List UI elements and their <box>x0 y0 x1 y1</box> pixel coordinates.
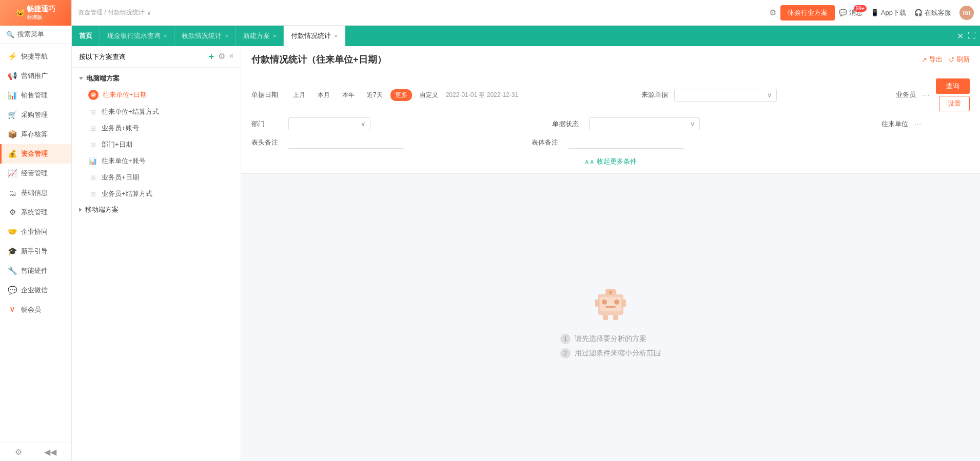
date-btn-more[interactable]: 更多 <box>390 89 412 101</box>
scheme-mobile-group[interactable]: 移动端方案 <box>72 202 241 217</box>
tab-expand-icon[interactable]: ⛶ <box>968 31 976 41</box>
svg-point-4 <box>614 299 619 305</box>
sidebar-item-cooperation[interactable]: 🤝 企业协同 <box>0 222 71 242</box>
source-doc-select[interactable]: ∨ <box>674 89 777 102</box>
scheme-item-staff-date[interactable]: ⊞ 业务员+日期 <box>72 169 241 186</box>
breadcrumb-text: 资金管理 / 付款情况统计 <box>78 8 145 17</box>
date-btn-this-year[interactable]: 本年 <box>338 89 359 102</box>
sidebar-search[interactable]: 🔍 搜索菜单 <box>0 26 71 44</box>
scheme-desktop-group[interactable]: 电脑端方案 <box>72 71 241 86</box>
scheme-chart-icon: 📊 <box>88 156 97 166</box>
sidebar-item-inventory[interactable]: 📦 库存核算 <box>0 125 71 144</box>
scheme-item-label: 往来单位+结算方式 <box>102 107 159 116</box>
sidebar-item-member[interactable]: V 畅会员 <box>0 300 71 319</box>
scheme-item-label: 业务员+账号 <box>102 124 139 133</box>
tab-receive-label: 收款情况统计 <box>182 31 222 41</box>
staff-dots: ··· <box>923 91 930 99</box>
date-btn-custom[interactable]: 自定义 <box>415 89 443 102</box>
sidebar-item-operation[interactable]: 📈 经营管理 <box>0 164 71 183</box>
header-note-input[interactable] <box>288 136 404 149</box>
message-item[interactable]: 💬 消息 99+ <box>839 8 863 17</box>
sidebar-item-quick-nav[interactable]: ⚡ 快捷导航 <box>0 47 71 66</box>
scheme-item-unit-settle[interactable]: ⊞ 往来单位+结算方式 <box>72 104 241 120</box>
partner-dots: ··· <box>914 120 922 128</box>
sidebar-collapse-icon[interactable]: ◀◀ <box>44 447 56 457</box>
online-service-item[interactable]: 🎧 在线客服 <box>914 8 951 17</box>
header-note-label: 表头备注 <box>251 138 282 147</box>
svg-rect-7 <box>622 299 626 307</box>
tab-new-scheme-close[interactable]: × <box>273 33 276 39</box>
scheme-item-dept-date[interactable]: ⊞ 部门+日期 <box>72 136 241 153</box>
doc-status-select[interactable]: ∨ <box>589 117 700 130</box>
date-btn-last-month[interactable]: 上月 <box>288 89 310 102</box>
body-note-input[interactable] <box>569 136 684 149</box>
tab-actions: ✕ ⛶ <box>953 26 980 46</box>
scheme-item-staff-account[interactable]: ⊞ 业务员+账号 <box>72 120 241 136</box>
scheme-item-unit-account[interactable]: 📊 往来单位+账号 <box>72 153 241 169</box>
scheme-item-label: 往来单位+账号 <box>102 156 146 166</box>
tab-home[interactable]: 首页 <box>72 26 100 46</box>
tab-receive-close[interactable]: × <box>225 33 228 39</box>
sidebar-item-finance[interactable]: 💰 资金管理 <box>0 144 71 164</box>
user-avatar[interactable]: Rit <box>959 6 974 20</box>
sidebar-logo: 🐱 畅捷通巧 标准版 <box>0 0 71 26</box>
scheme-add-icon[interactable]: + <box>209 51 214 62</box>
app-download-label: App下载 <box>881 8 906 17</box>
dept-select[interactable]: ∨ <box>288 117 370 130</box>
tab-receive[interactable]: 收款情况统计 × <box>174 26 236 46</box>
tab-bank-close[interactable]: × <box>164 33 167 39</box>
sidebar-item-label: 库存核算 <box>21 130 48 139</box>
topbar-gear-icon[interactable]: ⚙ <box>769 8 776 17</box>
svg-rect-9 <box>613 315 618 320</box>
filter-row-1: 单据日期 上月 本月 本年 近7天 更多 自定义 2022-01-01 至 20… <box>251 78 970 111</box>
collapse-button[interactable]: ∧∧ 收起更多条件 <box>584 157 637 166</box>
sales-icon: 📊 <box>8 91 17 100</box>
scheme-item-label: 往来单位+日期 <box>103 90 147 99</box>
sidebar-item-wechat[interactable]: 💬 企业微信 <box>0 280 71 300</box>
tab-bank[interactable]: 现金银行流水查询 × <box>100 26 174 46</box>
service-icon: 🎧 <box>914 9 923 16</box>
tab-home-label: 首页 <box>79 31 92 41</box>
sidebar-item-sales[interactable]: 📊 销售管理 <box>0 86 71 105</box>
filter-row-2: 部门 ∨ 单据状态 ∨ 往来单位 ··· <box>251 117 970 130</box>
settings-button[interactable]: 设置 <box>939 96 970 111</box>
tab-new-scheme[interactable]: 新建方案 × <box>236 26 284 46</box>
sidebar-item-label: 快捷导航 <box>21 52 48 61</box>
scheme-item-staff-settle[interactable]: ⊞ 业务员+结算方式 <box>72 186 241 202</box>
topbar-breadcrumb: 资金管理 / 付款情况统计 ∨ <box>78 8 763 17</box>
message-badge: 99+ <box>854 5 867 12</box>
query-button[interactable]: 查询 <box>936 78 970 94</box>
empty-tip-2: 2 用过滤条件来缩小分析范围 <box>560 348 661 358</box>
app-download-item[interactable]: 📱 App下载 <box>871 8 906 17</box>
scheme-item-unit-date[interactable]: 往来单位+日期 <box>72 86 241 104</box>
sidebar-item-label: 智能硬件 <box>21 266 48 275</box>
scheme-settings-icon[interactable]: ⚙ <box>218 51 225 62</box>
dept-label: 部门 <box>251 119 282 129</box>
doc-status-label: 单据状态 <box>552 119 583 129</box>
sidebar-item-system[interactable]: ⚙ 系统管理 <box>0 203 71 222</box>
sidebar-item-hardware[interactable]: 🔧 智能硬件 <box>0 261 71 280</box>
source-doc-chevron: ∨ <box>767 91 772 99</box>
svg-point-3 <box>602 299 607 305</box>
sidebar-item-label: 新手引导 <box>21 247 48 256</box>
export-icon: ↗ <box>922 56 927 64</box>
breadcrumb-chevron[interactable]: ∨ <box>147 9 151 16</box>
sidebar-item-purchase[interactable]: 🛒 采购管理 <box>0 105 71 125</box>
online-service-label: 在线客服 <box>925 8 951 17</box>
tab-payment-close[interactable]: × <box>334 33 337 39</box>
sidebar-item-basic[interactable]: 🗂 基础信息 <box>0 183 71 203</box>
trial-button[interactable]: 体验行业方案 <box>780 5 835 21</box>
sidebar-settings-icon[interactable]: ⚙ <box>15 447 22 457</box>
source-doc-label: 来源单据 <box>637 90 668 99</box>
export-button[interactable]: ↗ 导出 <box>922 55 943 64</box>
sidebar-item-guide[interactable]: 🎓 新手引导 <box>0 242 71 261</box>
date-btn-7days[interactable]: 近7天 <box>362 89 387 102</box>
date-btn-this-month[interactable]: 本月 <box>313 89 335 102</box>
basic-icon: 🗂 <box>8 188 17 197</box>
tab-close-all-icon[interactable]: ✕ <box>957 31 964 41</box>
scheme-collapse-icon[interactable]: « <box>229 51 233 62</box>
sidebar-item-label: 系统管理 <box>21 208 48 217</box>
sidebar-item-marketing[interactable]: 📢 营销推广 <box>0 66 71 86</box>
tab-payment[interactable]: 付款情况统计 × <box>284 26 345 46</box>
refresh-button[interactable]: ↺ 刷新 <box>949 55 970 64</box>
